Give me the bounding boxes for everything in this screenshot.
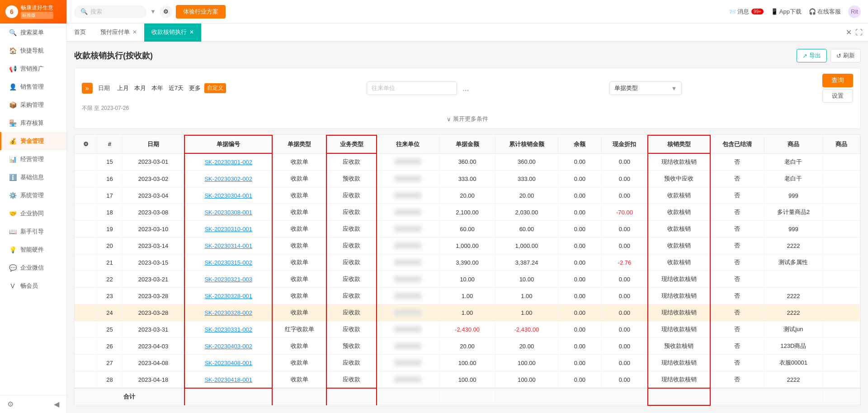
tab-expand-btn[interactable]: ⛶ <box>855 28 863 37</box>
sidebar-item-finance[interactable]: 💰 资金管理 <box>0 132 66 150</box>
row-settled: 否 <box>710 254 764 271</box>
guide-icon: 📖 <box>9 228 17 235</box>
filter-settings-button[interactable]: 设置 <box>822 89 853 103</box>
sidebar-item-quick-nav[interactable]: 🏠 快捷导航 <box>0 42 66 60</box>
row-goods2 <box>822 187 860 204</box>
row-order-no: SK-20230315-002 <box>184 254 272 271</box>
sidebar-item-hardware[interactable]: 💡 智能硬件 <box>0 241 66 259</box>
expand-more-button[interactable]: ∨ 展开更多条件 <box>447 115 488 123</box>
tab-close-collection[interactable]: ✕ <box>189 29 194 35</box>
bill-type-select[interactable]: 单据类型 ▼ <box>609 81 682 95</box>
row-settings[interactable] <box>75 187 97 204</box>
row-cancel-amount: 360.00 <box>495 153 558 171</box>
topbar-gear-btn[interactable]: ⚙ <box>160 5 172 18</box>
order-no-link[interactable]: SK-20230328-001 <box>204 293 252 299</box>
row-bill-type: 收款单 <box>272 338 326 355</box>
row-biz-type: 预收款 <box>326 171 377 187</box>
col-goods2-header: 商品 <box>822 135 860 153</box>
app-download-area[interactable]: 📱 App下载 <box>771 8 802 16</box>
date-link-more[interactable]: 更多 <box>187 83 203 93</box>
order-no-link[interactable]: SK-20230308-001 <box>204 209 252 216</box>
sidebar-item-search[interactable]: 🔍 搜索菜单 <box>0 24 66 42</box>
order-no-link[interactable]: SK-20230315-002 <box>204 259 252 266</box>
query-button[interactable]: 查询 <box>822 74 853 87</box>
topbar-dropdown-arrow[interactable]: ▼ <box>150 8 156 15</box>
row-settings[interactable] <box>75 321 97 338</box>
row-settings[interactable] <box>75 288 97 304</box>
row-balance: 0.00 <box>558 338 602 355</box>
partner-input[interactable]: 往来单位 <box>367 81 457 95</box>
basic-icon: ℹ️ <box>9 174 17 181</box>
date-link-this-year[interactable]: 本年 <box>150 83 165 93</box>
row-cancel-type: 收款核销 <box>648 187 710 204</box>
tab-close-prepay[interactable]: ✕ <box>132 29 137 35</box>
row-balance: 0.00 <box>558 288 602 304</box>
order-no-link[interactable]: SK-20230304-001 <box>204 192 252 199</box>
row-settings[interactable] <box>75 271 97 288</box>
sidebar-item-sales[interactable]: 👤 销售管理 <box>0 78 66 96</box>
row-cancel-type: 现结收款核销 <box>648 304 710 321</box>
order-no-link[interactable]: SK-20230321-003 <box>204 276 252 283</box>
sidebar-item-basic[interactable]: ℹ️ 基础信息 <box>0 168 66 186</box>
tab-prepay[interactable]: 预付应付单 ✕ <box>93 24 144 42</box>
row-settings[interactable] <box>75 153 97 171</box>
collapse-icon[interactable]: ◀ <box>54 400 59 408</box>
order-no-link[interactable]: SK-20230302-002 <box>204 176 252 182</box>
filter-dots[interactable]: ... <box>462 84 469 93</box>
row-settings[interactable] <box>75 304 97 321</box>
user-avatar[interactable]: Rit <box>848 5 861 18</box>
row-settings[interactable] <box>75 204 97 221</box>
sidebar-item-system[interactable]: ⚙️ 系统管理 <box>0 186 66 204</box>
col-settings-header[interactable]: ⚙ <box>75 135 97 153</box>
row-settings[interactable] <box>75 254 97 271</box>
date-link-this-month[interactable]: 本月 <box>132 83 148 93</box>
order-no-link[interactable]: SK-20230408-001 <box>204 360 252 366</box>
refresh-button[interactable]: ↺ 刷新 <box>830 49 861 62</box>
sidebar-item-member[interactable]: V 畅会员 <box>0 277 66 295</box>
row-settled: 否 <box>710 371 764 389</box>
export-button[interactable]: ↗ 导出 <box>797 49 827 62</box>
order-no-link[interactable]: SK-20230310-001 <box>204 226 252 233</box>
row-discount: -70.00 <box>602 204 648 221</box>
order-no-link[interactable]: SK-20230331-002 <box>204 326 252 333</box>
row-settings[interactable] <box>75 171 97 187</box>
solution-button[interactable]: 体验行业方案 <box>176 5 226 19</box>
member-icon: V <box>9 282 17 290</box>
order-no-link[interactable]: SK-20230301-002 <box>204 159 252 166</box>
filter-custom-date[interactable]: 自定义 <box>204 83 226 93</box>
order-no-link[interactable]: SK-20230403-002 <box>204 343 252 350</box>
date-link-7days[interactable]: 近7天 <box>167 83 185 93</box>
row-settings[interactable] <box>75 221 97 237</box>
row-settings[interactable] <box>75 237 97 254</box>
order-no-link[interactable]: SK-20230328-002 <box>204 309 252 316</box>
row-balance: 0.00 <box>558 221 602 237</box>
settings-bottom-icon[interactable]: ⚙ <box>7 400 14 408</box>
date-link-prev-month[interactable]: 上月 <box>115 83 131 93</box>
order-no-link[interactable]: SK-20230314-001 <box>204 242 252 249</box>
row-biz-type: 应收款 <box>326 271 377 288</box>
row-num: 15 <box>97 153 122 171</box>
row-settings[interactable] <box>75 355 97 371</box>
sidebar-item-wechat[interactable]: 💬 企业微信 <box>0 259 66 277</box>
row-cancel-type: 现结收款核销 <box>648 288 710 304</box>
sidebar-item-purchase[interactable]: 📦 采购管理 <box>0 96 66 114</box>
support-area[interactable]: 🎧 在线客服 <box>809 8 841 16</box>
order-no-link[interactable]: SK-20230418-001 <box>204 376 252 383</box>
topbar-search[interactable]: 🔍 搜索 <box>74 5 146 18</box>
row-partner <box>377 204 439 221</box>
sidebar-item-guide[interactable]: 📖 新手引导 <box>0 223 66 241</box>
sidebar-item-enterprise[interactable]: 🤝 企业协同 <box>0 204 66 223</box>
tab-home[interactable]: 首页 <box>67 24 93 42</box>
row-settings[interactable] <box>75 338 97 355</box>
notification-area[interactable]: 📨 消息 99+ <box>729 8 764 16</box>
sidebar-item-operations[interactable]: 📊 经营管理 <box>0 150 66 168</box>
row-order-no: SK-20230403-002 <box>184 338 272 355</box>
row-settled: 否 <box>710 187 764 204</box>
row-settings[interactable] <box>75 371 97 389</box>
sidebar-item-marketing[interactable]: 📢 营销推广 <box>0 60 66 78</box>
table-row: 26 2023-04-03 SK-20230403-002 收款单 预收款 20… <box>75 338 860 355</box>
sidebar-item-inventory[interactable]: 🏪 库存核算 <box>0 114 66 132</box>
tab-collection[interactable]: 收款核销执行 ✕ <box>144 24 201 42</box>
tab-close-window-btn[interactable]: ✕ <box>846 28 852 37</box>
filter-expand-button[interactable]: » <box>82 83 93 94</box>
